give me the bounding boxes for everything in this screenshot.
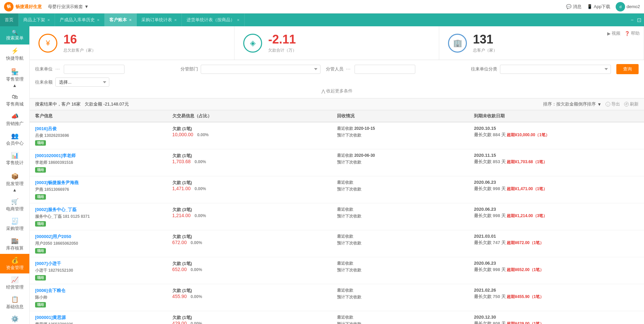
expire-link-6[interactable]: 超期¥455.90（1笔） <box>507 294 544 299</box>
system-icon: ⚙️ <box>11 315 19 323</box>
help-button[interactable]: ❓ 帮助 <box>624 30 640 36</box>
sidebar-item-wholesale[interactable]: 📦 批发管理 ▲ <box>0 170 29 195</box>
debt-info-2: 欠款 (1笔) 1,471.00 0.00% <box>172 180 337 191</box>
expire-link-3[interactable]: 超期¥1,214.00（3笔） <box>507 213 547 218</box>
expire-date-0: 2020.10.15 <box>474 126 639 131</box>
tab-close-icon[interactable]: ✕ <box>129 18 132 22</box>
filter-person-input[interactable] <box>355 65 415 74</box>
expire-link-4[interactable]: 超期¥672.00（1笔） <box>507 240 544 245</box>
person-dots-icon[interactable]: ··· <box>346 66 351 72</box>
table-row: [000002]用户2050 用户2050 18665062050 现结 欠款 … <box>30 230 644 257</box>
debt-pct-6: 0.00% <box>191 294 202 299</box>
video-button[interactable]: ▶ 视频 <box>607 30 620 36</box>
sidebar-item-system[interactable]: ⚙️ 系统管理 <box>0 313 29 324</box>
sidebar-item-operations[interactable]: 📈 经营管理 <box>0 273 29 293</box>
filter-category-select[interactable] <box>500 65 611 74</box>
export-button[interactable]: ↓ 导出 <box>606 101 620 107</box>
sidebar-item-ecommerce[interactable]: 🛒 电商管理 <box>0 195 29 215</box>
user-profile[interactable]: d demo2 <box>616 2 640 11</box>
filter-row-2: 往来余额 选择... <box>35 78 639 87</box>
customer-tag-0: 现结 <box>35 140 46 146</box>
expire-info-7: 2020.12.30 最长欠款 808 天 超期¥429.00（1笔） <box>474 315 639 324</box>
filter-person-label: 分管人员 <box>326 66 343 72</box>
customer-name-0[interactable]: [0016]吕俊 <box>35 126 57 131</box>
debt-info-4: 欠款 (1笔) 672.00 0.00% <box>172 234 337 245</box>
sidebar-item-inventory[interactable]: 🏬 库存核算 <box>0 234 29 254</box>
customer-name-2[interactable]: [0003]畅捷服务尹海燕 <box>35 180 79 185</box>
filter-dept-select[interactable] <box>201 65 320 74</box>
tab-close-icon[interactable]: ✕ <box>174 18 177 22</box>
tab-close-icon[interactable]: ✕ <box>97 18 100 22</box>
collect-label-1: 最近收款 <box>337 153 353 158</box>
sidebar-item-quick-nav[interactable]: ⚡ 快捷导航 <box>0 45 29 64</box>
collapse-button[interactable]: ⋀ 收起更多条件 <box>321 88 353 94</box>
customer-name-4[interactable]: [000002]用户2050 <box>35 234 71 239</box>
sidebar-item-finance[interactable]: 💰 资金管理 <box>0 254 29 273</box>
customer-name-1[interactable]: [0001020001]李老师 <box>35 153 76 158</box>
expire-link-2[interactable]: 超期¥1,471.00（1笔） <box>507 186 547 191</box>
filter-partner-input[interactable] <box>64 65 124 74</box>
tab-home[interactable]: 首页 <box>0 13 19 26</box>
sidebar-item-marketing[interactable]: 📣 营销推广 <box>0 110 29 129</box>
top-bar-right: 💬 消息 📱 App下载 d demo2 <box>566 2 640 11</box>
total-customers-label: 总客户（家） <box>473 48 497 53</box>
expire-date-1: 2020.11.15 <box>474 153 639 158</box>
member-icon: 👥 <box>11 132 19 140</box>
sidebar-search[interactable]: 🔍 搜索菜单 <box>0 26 29 45</box>
customer-name-3[interactable]: [0002]服务中心_丁磊 <box>35 207 77 212</box>
refresh-button[interactable]: ↺ 刷新 <box>624 101 639 107</box>
search-button[interactable]: 查询 <box>616 64 639 74</box>
sidebar-item-base-info[interactable]: 📋 基础信息 <box>0 293 29 313</box>
sidebar-item-member-center[interactable]: 👥 会员中心 <box>0 129 29 149</box>
tab-production-history[interactable]: 产成品入库单历史 ✕ <box>55 13 105 26</box>
sidebar-retail-stats-label: 零售统计 <box>6 160 24 166</box>
collect-info-1: 最近收款 2020-06-30 预计下次收款 <box>337 153 474 165</box>
company-selector[interactable]: 母婴行业演示账套 ▼ <box>48 4 89 10</box>
tab-stock-stats-label: 进货单统计表（按商品） <box>187 17 235 23</box>
content-area: ¥ 16 总欠款客户（家） ◈ -2.11 欠款合计（万） <box>30 26 644 324</box>
table-row: [0002]服务中心_丁磊 服务中心_丁磊 181 0125 8371 现结 欠… <box>30 203 644 230</box>
debt-pct-7: 0.00% <box>191 321 202 324</box>
collect-info-0: 最近收款 2020-10-15 预计下次收款 <box>337 126 474 138</box>
sidebar-quick-nav-label: 快捷导航 <box>6 55 24 61</box>
search-icon: 🔍 <box>2 30 27 35</box>
tab-stock-stats[interactable]: 进货单统计表（按商品） ✕ <box>182 13 245 26</box>
expire-link-5[interactable]: 超期¥652.00（1笔） <box>507 267 544 272</box>
expire-info-0: 2020.10.15 最长欠款 884 天 超期¥10,000.00（1笔） <box>474 126 639 138</box>
finance-icon: 💰 <box>11 257 19 264</box>
customer-name-6[interactable]: [0006]去下粮仓 <box>35 288 65 293</box>
debt-info-6: 欠款 (1笔) 455.90 0.00% <box>172 288 337 299</box>
tab-purchase-stats[interactable]: 采购订单统计表 ✕ <box>137 13 182 26</box>
debt-pct-2: 0.00% <box>195 186 206 191</box>
filter-balance-select[interactable]: 选择... <box>55 78 109 87</box>
collect-info-4: 最近收款 预计下次收款 <box>337 234 474 246</box>
sidebar-item-purchase[interactable]: 🧾 采购管理 <box>0 215 29 234</box>
app-download-button[interactable]: 📱 App下载 <box>587 4 610 10</box>
customer-name-5[interactable]: [0007]小迸千 <box>35 261 61 266</box>
next-collect-3: 预计下次收款 <box>337 213 474 219</box>
customer-contact-2: 尹燕 18513066976 <box>35 187 172 193</box>
expire-link-7[interactable]: 超期¥429.00（1笔） <box>507 321 544 324</box>
tab-customer-account[interactable]: 客户账本 ✕ <box>105 13 137 26</box>
collect-info-3: 最近收款 预计下次收款 <box>337 207 474 219</box>
partner-dots-icon[interactable]: ··· <box>55 66 60 72</box>
message-button[interactable]: 💬 消息 <box>566 4 582 10</box>
expire-link-1[interactable]: 超期¥1,703.68（1笔） <box>507 159 547 164</box>
tab-product-listing[interactable]: 商品上下架 ✕ <box>19 13 55 26</box>
customer-tag-5: 现结 <box>35 275 46 281</box>
sidebar-item-retail-mgmt[interactable]: 🏪 零售管理 ▲ <box>0 65 29 91</box>
minimize-icon[interactable]: － <box>629 17 635 24</box>
expire-link-0[interactable]: 超期¥10,000.00（1笔） <box>507 132 550 137</box>
sidebar-item-retail-mall[interactable]: 🛍 零售商城 <box>0 91 29 110</box>
maximize-icon[interactable]: ⊡ <box>637 17 641 23</box>
tab-close-icon[interactable]: ✕ <box>237 18 240 22</box>
result-actions: 排序：按欠款金额倒序排序 ▼ ↓ 导出 ↺ 刷新 <box>543 101 639 107</box>
filter-balance-label: 往来余额 <box>35 79 53 85</box>
sort-selector[interactable]: 排序：按欠款金额倒序排序 ▼ <box>543 101 601 107</box>
customer-name-7[interactable]: [000001]黄思源 <box>35 315 66 320</box>
debt-total-number: -2.11 <box>268 33 297 46</box>
sidebar-item-retail-stats[interactable]: 📊 零售统计 <box>0 149 29 169</box>
collect-date-0: 2020-10-15 <box>354 126 375 131</box>
sidebar-operations-label: 经营管理 <box>6 284 24 290</box>
tab-close-icon[interactable]: ✕ <box>47 18 50 22</box>
